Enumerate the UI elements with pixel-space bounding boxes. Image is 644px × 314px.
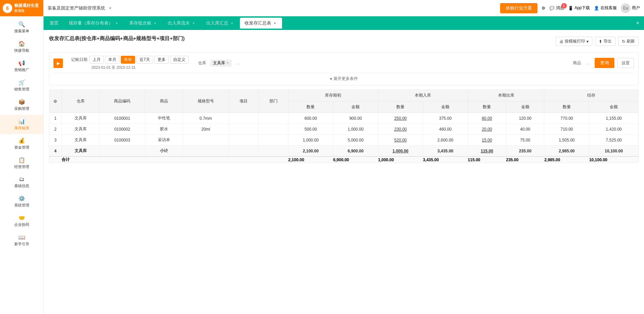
th-settings[interactable]: ⚙: [49, 90, 62, 113]
cell-open-amt-1: 1,000.00: [333, 124, 378, 135]
tab-inout-flow-close[interactable]: ×: [191, 21, 196, 26]
search-icon: 🔍: [18, 21, 25, 28]
cell-close-amt-0: 1,155.00: [589, 113, 638, 124]
sidebar-item-enterprise[interactable]: 🤝企业协同: [0, 211, 43, 231]
cell-out-qty-2[interactable]: 15.00: [468, 135, 506, 146]
online-service[interactable]: 👤 在线客服: [594, 5, 617, 11]
cell-out-qty-0[interactable]: 80.00: [468, 113, 506, 124]
marketing-icon: 📢: [18, 60, 25, 66]
cell-in-qty-1[interactable]: 230.00: [378, 124, 423, 135]
topbar: 装备及固定资产辅助管理系统 ▾ 体验行业方案 ⚙ 💬 消息 6 📱 App下载 …: [44, 0, 644, 16]
warehouse-dots[interactable]: ...: [236, 61, 241, 65]
date-btn-this-year[interactable]: 本年: [121, 56, 135, 64]
sidebar-item-purchase[interactable]: 📦采购管理: [0, 95, 43, 115]
cell-dept-3: [259, 146, 288, 157]
sidebar-item-finance[interactable]: 💰资金管理: [0, 134, 43, 153]
date-btn-last-month[interactable]: 上月: [89, 56, 104, 64]
tab-inventory-dist-close[interactable]: ×: [114, 21, 119, 26]
message-area[interactable]: 💬 消息 6: [549, 5, 564, 11]
cell-no-2: 3: [49, 135, 62, 146]
cell-in-qty-0[interactable]: 250.00: [378, 113, 423, 124]
goods-dots[interactable]: ...: [585, 61, 591, 65]
warehouse-tag-remove[interactable]: ×: [227, 61, 229, 65]
date-btn-more[interactable]: 更多: [154, 56, 169, 64]
sidebar-label-basic_info: 基础信息: [14, 183, 29, 188]
footer-empty1: [49, 156, 62, 163]
user-area[interactable]: Ea 用户: [621, 3, 640, 13]
sidebar-item-search[interactable]: 🔍搜索菜单: [0, 18, 43, 37]
sidebar-item-sales[interactable]: 🛒销售管理: [0, 76, 43, 95]
cell-out-amt-0: 120.00: [506, 113, 544, 124]
system-dropdown-icon[interactable]: ▾: [109, 6, 111, 11]
sidebar-item-guide[interactable]: 📖新手引导: [0, 231, 43, 250]
filter-arrow[interactable]: ▶: [53, 59, 63, 68]
tab-batch-account-close[interactable]: ×: [153, 21, 158, 26]
online-service-label: 在线客服: [600, 5, 617, 11]
export-btn[interactable]: ⬆ 导出: [595, 37, 615, 46]
sidebar-item-inventory[interactable]: 📊库存核算: [0, 115, 43, 134]
cell-close-qty-2: 1,505.00: [544, 135, 589, 146]
sidebar-item-marketing[interactable]: 📢营销推广: [0, 56, 43, 76]
tab-inout-flow[interactable]: 出入库流水 ×: [163, 18, 201, 29]
tab-batch-account[interactable]: 库存批次账 ×: [125, 18, 162, 29]
message-icon: 💬: [549, 6, 555, 11]
cell-spec-0: 0.7mm: [183, 113, 229, 124]
sidebar-label-search: 搜索菜单: [14, 29, 29, 34]
th-opening-group: 库存期初: [288, 90, 378, 101]
date-btn-custom[interactable]: 自定义: [170, 56, 188, 64]
date-range: 2023-01-01 至 2023-12-31: [92, 65, 188, 70]
cell-spec-3: [183, 146, 229, 157]
warehouse-tag: 文具库 ×: [210, 60, 232, 67]
cell-spec-1: 20ml: [183, 124, 229, 135]
expand-icon: ▾: [330, 77, 332, 81]
cell-in-amt-1: 460.00: [423, 124, 468, 135]
cell-out-qty-3[interactable]: 115.00: [468, 146, 506, 157]
date-btn-this-month[interactable]: 本月: [105, 56, 119, 64]
sidebar-item-operation[interactable]: 📋经营管理: [0, 153, 43, 173]
cell-in-qty-3[interactable]: 1,000.00: [378, 146, 423, 157]
query-btn[interactable]: 查询: [595, 58, 614, 68]
cell-project-0: [229, 113, 259, 124]
table-row: 3 文具库 0100003 采访本 1,000.00 5,000.00 520.…: [49, 135, 638, 146]
filter-row-main: ▶ 记账日期 上月 本月 本年 近7天 更多 自定义 2023-01-01: [53, 56, 634, 70]
export-btn-label: 导出: [604, 38, 612, 44]
message-badge: 6: [561, 3, 567, 9]
settings-topbar[interactable]: ⚙: [542, 6, 545, 11]
app-download[interactable]: 📱 App下载: [568, 5, 590, 11]
tab-inventory-dist[interactable]: 现存量（库存分布表） ×: [64, 18, 124, 29]
data-table: ⚙ 仓库 商品编码 商品 规格型号 项目 部门 库存期初 本期入库 本期出库 结…: [49, 89, 639, 163]
footer-close-amt: 10,100.00: [589, 156, 638, 163]
date-btn-7days[interactable]: 近7天: [136, 56, 153, 64]
sidebar-item-system[interactable]: ⚙️系统管理: [0, 192, 43, 211]
footer-open-qty: 2,100.00: [288, 156, 333, 163]
expand-conditions-btn[interactable]: ▾ 展开更多条件: [53, 73, 634, 82]
th-dept: 部门: [259, 90, 288, 113]
tab-inout-summary[interactable]: 出入库汇总 ×: [201, 18, 239, 29]
cell-in-qty-2[interactable]: 520.00: [378, 135, 423, 146]
expand-label: 展开更多条件: [333, 76, 358, 82]
cell-out-qty-1[interactable]: 20.00: [468, 124, 506, 135]
tab-inout-summary-close[interactable]: ×: [230, 21, 234, 26]
refresh-btn[interactable]: ↻ 刷新: [618, 37, 639, 46]
system-icon: ⚙️: [18, 195, 25, 202]
tab-recv-send-summary[interactable]: 收发存汇总表 ×: [240, 18, 282, 29]
settings-btn[interactable]: 设置: [617, 58, 634, 68]
tab-home[interactable]: 首页: [45, 18, 63, 29]
cell-project-2: [229, 135, 259, 146]
sales-icon: 🛒: [18, 79, 25, 86]
avatar: Ea: [621, 3, 630, 13]
phone-icon: 📱: [568, 6, 573, 11]
tabs-close-all[interactable]: ×: [633, 20, 643, 26]
cell-open-qty-0: 600.00: [288, 113, 333, 124]
tab-recv-send-close[interactable]: ×: [273, 21, 277, 26]
sidebar-item-basic_info[interactable]: 🗂基础信息: [0, 173, 43, 192]
cell-open-amt-0: 900.00: [333, 113, 378, 124]
print-btn[interactable]: 🖨 按模板打印 ▾: [556, 37, 592, 46]
cell-no-1: 2: [49, 124, 62, 135]
sidebar-item-quick_nav[interactable]: 🏠快捷导航: [0, 37, 43, 56]
sidebar: 6 畅捷通好生意 标准版 🔍搜索菜单🏠快捷导航📢营销推广🛒销售管理📦采购管理📊库…: [0, 0, 44, 314]
operation-icon: 📋: [18, 157, 25, 163]
experience-btn[interactable]: 体验行业方案: [500, 3, 538, 13]
cell-spec-2: [183, 135, 229, 146]
sidebar-label-quick_nav: 快捷导航: [14, 48, 29, 53]
